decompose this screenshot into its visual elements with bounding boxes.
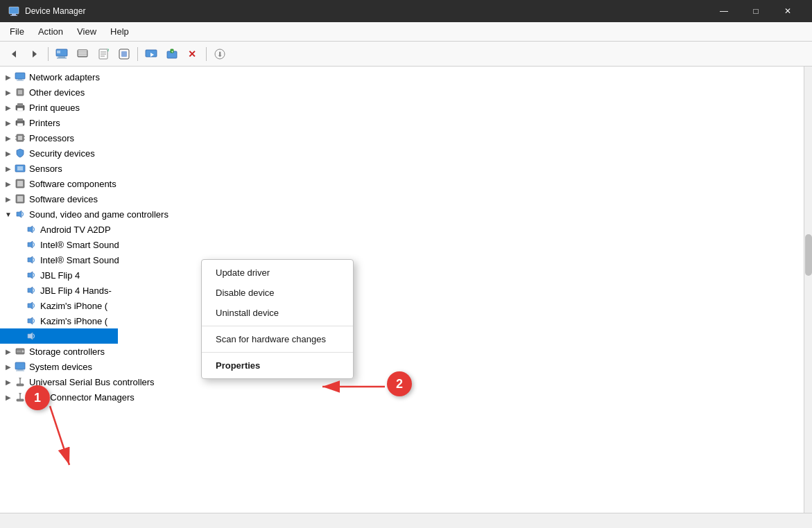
svg-rect-0 xyxy=(9,7,19,14)
toolbar-separator-2 xyxy=(137,47,138,61)
menu-help[interactable]: Help xyxy=(103,24,136,39)
sound-child-icon xyxy=(25,300,37,311)
expand-arrow[interactable]: ▶ xyxy=(3,361,14,372)
tree-item-software-components[interactable]: ▶ Software components xyxy=(0,176,804,191)
tree-label: Printers xyxy=(29,118,60,128)
sensor-icon xyxy=(14,163,26,174)
tree-item-intel-smart-2[interactable]: ▶ Intel® Smart Sound xyxy=(0,252,804,267)
tree-item-network-adapters[interactable]: ▶ Network adapters xyxy=(0,69,804,85)
scrollbar-thumb[interactable] xyxy=(805,234,812,276)
context-menu-disable-device[interactable]: Disable device xyxy=(202,283,353,303)
tree-label: Sound, video and game controllers xyxy=(29,209,169,220)
remove-device-button[interactable]: ✕ xyxy=(183,44,202,64)
expand-arrow[interactable]: ▶ xyxy=(3,346,14,357)
tree-item-intel-smart-1[interactable]: ▶ Intel® Smart Sound xyxy=(0,237,804,252)
expand-arrow[interactable]: ▶ xyxy=(3,117,14,128)
device-icon xyxy=(14,87,26,98)
svg-rect-52 xyxy=(17,196,23,202)
tree-item-printers[interactable]: ▶ Printers xyxy=(0,115,804,130)
scrollbar[interactable] xyxy=(804,67,812,513)
svg-rect-2 xyxy=(10,15,17,16)
device-manager-view-button[interactable] xyxy=(52,44,71,64)
expand-arrow[interactable]: ▶ xyxy=(3,391,14,403)
expand-arrow[interactable]: ▶ xyxy=(3,87,14,98)
expand-arrow[interactable]: ▶ xyxy=(3,178,14,189)
close-button[interactable]: ✕ xyxy=(772,0,804,22)
tree-item-kazim-iphone-1[interactable]: ▶ Kazim's iPhone ( xyxy=(0,298,804,313)
svg-rect-37 xyxy=(17,118,23,121)
toolbar: ? + ✕ ⬇ xyxy=(0,42,812,67)
back-button[interactable] xyxy=(4,44,24,64)
maximize-button[interactable]: □ xyxy=(740,0,772,22)
sound-selected-icon xyxy=(25,331,37,342)
expand-arrow[interactable]: ▶ xyxy=(3,148,14,159)
tree-item-selected-device[interactable]: ▶ xyxy=(0,328,118,344)
annotation-circle-2: 2 xyxy=(387,371,412,396)
expand-arrow[interactable]: ▶ xyxy=(3,102,14,113)
expand-arrow[interactable]: ▶ xyxy=(3,71,14,82)
svg-rect-73 xyxy=(17,399,24,401)
properties-button[interactable]: ? xyxy=(94,44,113,64)
context-menu-separator-1 xyxy=(202,326,353,326)
tree-item-storage-controllers[interactable]: ▶ Storage controllers xyxy=(0,344,804,359)
tree-label: Intel® Smart Sound xyxy=(40,240,119,250)
menu-file[interactable]: File xyxy=(3,24,31,39)
context-menu-scan-hardware[interactable]: Scan for hardware changes xyxy=(202,329,353,349)
security-icon xyxy=(14,148,26,159)
menu-view[interactable]: View xyxy=(70,24,103,39)
expand-arrow[interactable]: ▶ xyxy=(3,132,14,143)
tree-label: Software components xyxy=(29,179,116,189)
usb-icon xyxy=(14,376,26,387)
window-controls: — □ ✕ xyxy=(708,0,804,22)
tree-item-security-devices[interactable]: ▶ Security devices xyxy=(0,146,804,161)
tree-label: Storage controllers xyxy=(29,346,105,357)
svg-marker-4 xyxy=(33,51,37,58)
tree-item-sound-video[interactable]: ▼ Sound, video and game controllers xyxy=(0,206,804,222)
svg-rect-7 xyxy=(57,58,67,59)
svg-marker-60 xyxy=(28,317,33,324)
scan-hardware-toolbar-button[interactable] xyxy=(141,44,161,64)
svg-marker-57 xyxy=(28,272,33,279)
tree-label: Android TV A2DP xyxy=(40,225,111,235)
svg-text:?: ? xyxy=(107,49,109,52)
list-view-button[interactable] xyxy=(73,44,92,64)
menu-bar: File Action View Help xyxy=(0,22,812,42)
svg-rect-9 xyxy=(78,50,87,57)
tree-item-jbl-flip-hands[interactable]: ▶ JBL Flip 4 Hands- xyxy=(0,283,804,298)
tree-label: Kazim's iPhone ( xyxy=(40,316,107,326)
context-menu-properties[interactable]: Properties xyxy=(202,355,353,376)
tree-item-kazim-iphone-2[interactable]: ▶ Kazim's iPhone ( xyxy=(0,313,804,328)
expand-arrow[interactable]: ▼ xyxy=(3,209,14,220)
status-bar xyxy=(0,513,812,528)
monitor-icon xyxy=(14,71,26,82)
title-bar: Device Manager — □ ✕ xyxy=(0,0,812,22)
tree-item-sensors[interactable]: ▶ Sensors xyxy=(0,161,804,176)
forward-button[interactable] xyxy=(25,44,44,64)
svg-rect-29 xyxy=(18,79,22,80)
expand-arrow[interactable]: ▶ xyxy=(3,193,14,204)
svg-marker-3 xyxy=(12,51,16,58)
tree-item-software-devices[interactable]: ▶ Software devices xyxy=(0,191,804,206)
tree-label: Sensors xyxy=(29,164,62,174)
expand-arrow[interactable]: ▶ xyxy=(3,163,14,174)
download-button[interactable]: ⬇ xyxy=(210,44,230,64)
sound-child-icon xyxy=(25,224,37,235)
tree-label: Other devices xyxy=(29,87,85,98)
tree-item-android-tv[interactable]: ▶ Android TV A2DP xyxy=(0,222,804,237)
context-menu-uninstall-device[interactable]: Uninstall device xyxy=(202,303,353,323)
tree-item-processors[interactable]: ▶ Processors xyxy=(0,130,804,146)
tree-item-print-queues[interactable]: ▶ Print queues xyxy=(0,100,804,115)
annotation-circle-1: 1 xyxy=(25,385,50,410)
svg-rect-50 xyxy=(17,181,23,186)
menu-action[interactable]: Action xyxy=(31,24,70,39)
expand-arrow[interactable]: ▶ xyxy=(3,376,14,387)
minimize-button[interactable]: — xyxy=(708,0,740,22)
context-menu-update-driver[interactable]: Update driver xyxy=(202,263,353,283)
svg-rect-34 xyxy=(17,103,23,106)
tree-item-jbl-flip-4[interactable]: ▶ JBL Flip 4 xyxy=(0,267,804,283)
add-device-button[interactable]: + xyxy=(162,44,182,64)
update-driver-toolbar-button[interactable] xyxy=(114,44,134,64)
tree-item-other-devices[interactable]: ▶ Other devices xyxy=(0,85,804,100)
svg-rect-30 xyxy=(17,80,24,81)
tree-panel[interactable]: ▶ Network adapters ▶ Other devices ▶ Pri… xyxy=(0,67,804,513)
